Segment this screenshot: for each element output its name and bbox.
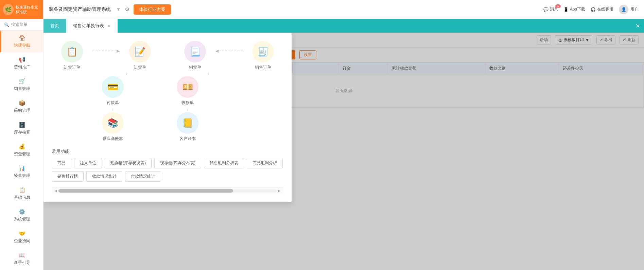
purchase-icon: 📦 <box>19 100 25 106</box>
tabbar: 首页 销售订单执行表 ✕ ✕ <box>43 19 644 33</box>
sales-bill-label: 销货单 <box>189 65 201 70</box>
common-buttons: 商品 往来单位 现存量(库存状况表) 现存量(库存分布表) 销售毛利分析表 商品… <box>52 158 283 182</box>
btn-receipt-stat[interactable]: 收款情况统计 <box>86 171 122 182</box>
btn-payment-stat[interactable]: 付款情况统计 <box>125 171 161 182</box>
flow-section: 📋 进货订单 ▶ <box>52 41 283 142</box>
topbar: 装备及固定资产辅助管理系统 ▼ ⚙ 体验行业方案 💬 消息 6 📱 App下载 … <box>43 0 644 19</box>
scroll-left-btn[interactable]: ◀ <box>54 189 57 193</box>
sales-order-icon: 🧾 <box>252 41 274 62</box>
user-area[interactable]: 👤 用户 <box>619 5 639 14</box>
scroll-row: ◀ ▶ <box>52 187 283 194</box>
payment-bill-label: 付款单 <box>107 100 119 106</box>
sales-order-label: 销售订单 <box>255 65 271 70</box>
customer-ledger-icon: 📒 <box>177 112 198 134</box>
flow-sales-order: 🧾 销售订单 <box>243 41 283 70</box>
sidebar-item-operations[interactable]: 📊 经营管理 <box>0 161 43 183</box>
sidebar-item-finance[interactable]: 💰 资金管理 <box>0 139 43 161</box>
flow-receipt-bill: 💴 收款单 <box>167 76 208 106</box>
btn-sales-rank[interactable]: 销售排行榜 <box>52 171 84 182</box>
receipt-bill-icon: 💴 <box>177 76 198 98</box>
btn-partner[interactable]: 往来单位 <box>74 158 102 168</box>
sidebar-item-basic[interactable]: 📋 基础信息 <box>0 183 43 204</box>
dropdown-icon[interactable]: ▼ <box>116 7 121 12</box>
purchase-bill-label: 进货单 <box>134 65 146 70</box>
logo-icon: 🌿 <box>3 4 14 15</box>
flow-purchase-bill: 📝 进货单 <box>120 41 160 70</box>
tab-close-icon[interactable]: ✕ <box>107 24 110 28</box>
basic-icon: 📋 <box>19 187 25 193</box>
message-icon: 💬 <box>543 7 549 12</box>
btn-product[interactable]: 商品 <box>52 158 71 168</box>
btn-stock-dist[interactable]: 现存量(库存分布表) <box>154 158 201 168</box>
scroll-track[interactable] <box>58 189 277 193</box>
sidebar-item-quick[interactable]: 🏠 快捷导航 <box>0 31 43 52</box>
flow-payment-bill: 💳 付款单 <box>92 76 133 106</box>
modal-dialog: 📋 进货订单 ▶ <box>43 33 292 202</box>
sidebar-item-inventory[interactable]: 🗄️ 库存核算 <box>0 118 43 139</box>
sales-icon: 🛒 <box>19 78 25 85</box>
common-functions: 常用功能 商品 往来单位 现存量(库存状况表) 现存量(库存分布表) 销售毛利分… <box>52 148 283 182</box>
guide-icon: 📖 <box>19 252 25 258</box>
sidebar-item-sales[interactable]: 🛒 销售管理 <box>0 74 43 96</box>
payment-bill-icon: 💳 <box>102 76 124 98</box>
content-area: 帮助 🖨 按模板打印 ▼ ↗ 导出 ↺ 刷新 📅 至 📅 单据状态 <box>43 33 644 270</box>
main-area: 装备及固定资产辅助管理系统 ▼ ⚙ 体验行业方案 💬 消息 6 📱 App下载 … <box>43 0 644 270</box>
logo-text: 畅康通好生意 标准版 <box>16 5 38 15</box>
sidebar-item-marketing[interactable]: 📢 营销推广 <box>0 52 43 74</box>
tab-sales-order[interactable]: 销售订单执行表 ✕ <box>66 19 118 33</box>
flow-sales-bill: 📃 销货单 <box>175 41 215 70</box>
close-all-tabs[interactable]: ✕ <box>636 23 640 29</box>
purchase-order-label: 进货订单 <box>64 65 80 70</box>
search-menu[interactable]: 🔍 搜索菜单 <box>0 19 43 31</box>
flow-supplier-ledger: 📚 供应商账本 <box>92 112 133 142</box>
btn-stock-status[interactable]: 现存量(库存状况表) <box>105 158 152 168</box>
sidebar-item-purchase[interactable]: 📦 采购管理 <box>0 96 43 118</box>
common-title: 常用功能 <box>52 148 283 155</box>
app-icon: 📱 <box>563 7 569 12</box>
message-btn[interactable]: 💬 消息 6 <box>543 6 558 12</box>
supplier-ledger-icon: 📚 <box>102 112 124 134</box>
system-icon: ⚙️ <box>19 209 25 215</box>
sidebar-item-enterprise[interactable]: 🤝 企业协同 <box>0 226 43 248</box>
system-title: 装备及固定资产辅助管理系统 <box>49 6 111 13</box>
gear-icon[interactable]: ⚙ <box>125 6 129 13</box>
topbar-right: 💬 消息 6 📱 App下载 🎧 在线客服 👤 用户 <box>543 5 639 14</box>
marketing-icon: 📢 <box>19 56 25 63</box>
purchase-order-icon: 📋 <box>61 41 83 62</box>
btn-sales-profit[interactable]: 销售毛利分析表 <box>204 158 244 168</box>
scroll-right-btn[interactable]: ▶ <box>278 189 281 193</box>
flow-customer-ledger: 📒 客户账本 <box>167 112 208 142</box>
trial-btn[interactable]: 体验行业方案 <box>134 4 171 15</box>
app-download-btn[interactable]: 📱 App下载 <box>563 6 585 12</box>
tab-home[interactable]: 首页 <box>43 19 66 33</box>
sidebar-item-system[interactable]: ⚙️ 系统管理 <box>0 204 43 226</box>
sidebar: 🌿 畅康通好生意 标准版 🔍 搜索菜单 🏠 快捷导航 📢 营销推广 🛒 销售管理… <box>0 0 43 270</box>
operations-icon: 📊 <box>19 165 25 172</box>
service-btn[interactable]: 🎧 在线客服 <box>591 6 613 12</box>
flow-purchase-order: 📋 进货订单 <box>52 41 92 70</box>
sidebar-nav: 🏠 快捷导航 📢 营销推广 🛒 销售管理 📦 采购管理 🗄️ 库存核算 💰 资金… <box>0 31 43 270</box>
search-icon: 🔍 <box>4 22 9 27</box>
purchase-bill-icon: 📝 <box>129 41 151 62</box>
finance-icon: 💰 <box>19 143 25 150</box>
customer-ledger-label: 客户账本 <box>179 136 196 142</box>
scroll-thumb <box>58 189 233 193</box>
service-icon: 🎧 <box>591 7 596 12</box>
inventory-icon: 🗄️ <box>19 122 25 128</box>
receipt-bill-label: 收款单 <box>181 100 194 106</box>
sidebar-item-guide[interactable]: 📖 新手引导 <box>0 248 43 270</box>
avatar: 👤 <box>619 5 628 14</box>
modal-overlay: 📋 进货订单 ▶ <box>43 33 644 270</box>
enterprise-icon: 🤝 <box>19 230 25 237</box>
sidebar-logo: 🌿 畅康通好生意 标准版 <box>0 0 43 19</box>
btn-product-profit[interactable]: 商品毛利分析 <box>247 158 283 168</box>
supplier-ledger-label: 供应商账本 <box>103 136 123 142</box>
home-icon: 🏠 <box>19 35 25 41</box>
sales-bill-icon: 📃 <box>184 41 206 62</box>
